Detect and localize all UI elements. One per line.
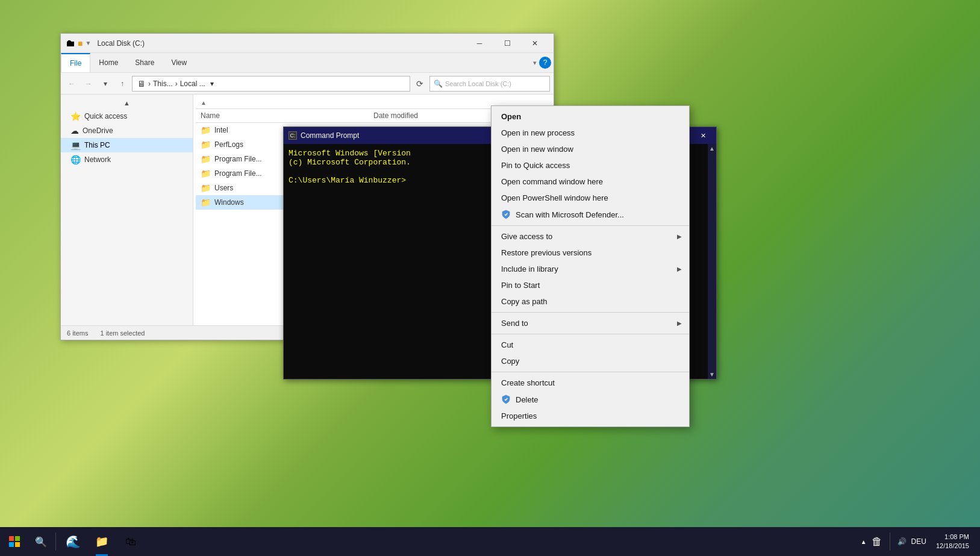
ctx-restore-versions[interactable]: Restore previous versions — [492, 245, 689, 261]
thispc-icon: 💻 — [70, 140, 81, 150]
folder-icon: 📁 — [201, 169, 211, 178]
taskbar-file-explorer[interactable]: 📁 — [87, 527, 116, 556]
sidebar-label-network: Network — [84, 155, 111, 164]
ctx-copy-label: Copy — [501, 357, 519, 366]
taskbar-search-button[interactable]: 🔍 — [29, 527, 53, 556]
collapse-arrow[interactable]: ▲ — [201, 99, 207, 106]
ctx-include-library[interactable]: Include in library ▶ — [492, 261, 689, 277]
ctx-give-access[interactable]: Give access to ▶ — [492, 228, 689, 245]
sidebar-item-quickaccess[interactable]: ⭐ Quick access — [61, 109, 193, 123]
delete-defender-icon — [501, 395, 511, 404]
ctx-open-new-window[interactable]: Open in new window — [492, 141, 689, 157]
item-count: 6 items — [67, 330, 88, 337]
ctx-open-new-process-label: Open in new process — [501, 128, 575, 137]
address-bar: ← → ▾ ↑ 🖥 › This... › Local ... ▾ ⟳ 🔍 Se… — [61, 73, 554, 95]
sidebar-item-onedrive[interactable]: ☁ OneDrive — [61, 123, 193, 138]
file-explorer-titlebar: 🖿 ■ ▼ Local Disk (C:) ─ ☐ ✕ — [61, 34, 554, 53]
ctx-separator-4 — [492, 372, 689, 372]
cmd-line-2: (c) Microsoft Corporation. — [289, 158, 411, 167]
cmd-scrollbar[interactable]: ▲ ▼ — [708, 144, 716, 379]
ctx-copy[interactable]: Copy — [492, 353, 689, 369]
ctx-scan-defender[interactable]: Scan with Microsoft Defender... — [492, 206, 689, 223]
ribbon-tab-share[interactable]: Share — [126, 53, 163, 72]
ctx-pin-start[interactable]: Pin to Start — [492, 277, 689, 293]
col-header-name[interactable]: Name — [201, 111, 373, 120]
taskbar: 🔍 🌊 📁 🛍 ▲ 🗑 🔊 DEU 1:08 PM — [0, 527, 980, 556]
sidebar-collapse[interactable]: ▲ — [61, 97, 193, 109]
quickaccess-icon: ⭐ — [70, 111, 81, 121]
ctx-pin-quick-access-label: Pin to Quick access — [501, 161, 570, 170]
refresh-button[interactable]: ⟳ — [413, 77, 427, 91]
svg-rect-2 — [9, 542, 14, 547]
edge-icon: 🌊 — [66, 534, 81, 549]
sidebar-item-network[interactable]: 🌐 Network — [61, 152, 193, 167]
address-path[interactable]: 🖥 › This... › Local ... ▾ — [132, 76, 410, 92]
ctx-open-new-process[interactable]: Open in new process — [492, 125, 689, 141]
ctx-restore-versions-label: Restore previous versions — [501, 248, 591, 257]
folder-icon: 📁 — [201, 154, 211, 164]
ctx-include-library-label: Include in library — [501, 264, 558, 273]
language-indicator[interactable]: DEU — [911, 537, 926, 546]
search-placeholder: Search Local Disk (C:) — [445, 80, 511, 87]
ctx-open-cmd[interactable]: Open command window here — [492, 173, 689, 190]
taskbar-edge[interactable]: 🌊 — [58, 527, 87, 556]
forward-button[interactable]: → — [81, 77, 96, 91]
taskbar-clock[interactable]: 1:08 PM 12/18/2015 — [931, 533, 974, 551]
start-button[interactable] — [0, 527, 29, 556]
back-button[interactable]: ← — [64, 77, 79, 91]
ribbon-tab-home[interactable]: Home — [90, 53, 126, 72]
ctx-pin-quick-access[interactable]: Pin to Quick access — [492, 157, 689, 173]
cmd-icon: C: — [289, 131, 297, 140]
selection-status: 1 item selected — [100, 330, 145, 337]
volume-icon[interactable]: 🔊 — [897, 537, 907, 546]
ctx-open[interactable]: Open — [492, 108, 689, 125]
scroll-down[interactable]: ▼ — [708, 370, 716, 379]
ctx-open-powershell-label: Open PowerShell window here — [501, 193, 608, 202]
search-box[interactable]: 🔍 Search Local Disk (C:) — [429, 76, 550, 92]
ribbon-tab-file[interactable]: File — [61, 53, 90, 72]
recycle-bin-tray: 🗑 — [872, 536, 882, 548]
defender-icon — [501, 210, 511, 219]
ctx-copy-path-label: Copy as path — [501, 297, 548, 306]
title-icons: 🖿 ■ ▼ — [66, 38, 91, 49]
ctx-cut[interactable]: Cut — [492, 337, 689, 353]
scroll-up[interactable]: ▲ — [708, 144, 716, 153]
taskbar-store[interactable]: 🛍 — [116, 527, 145, 556]
path-part-1: This... — [153, 80, 173, 88]
ctx-properties[interactable]: Properties — [492, 408, 689, 424]
cmd-close[interactable]: ✕ — [694, 130, 711, 142]
cmd-prompt: C:\Users\María Winbuzzer> — [289, 176, 406, 185]
onedrive-icon: ☁ — [70, 126, 79, 136]
taskbar-divider — [55, 533, 56, 551]
ctx-properties-label: Properties — [501, 411, 537, 420]
show-hidden-icons[interactable]: ▲ — [861, 539, 867, 545]
help-button[interactable]: ? — [539, 57, 551, 69]
search-icon: 🔍 — [35, 536, 47, 548]
sidebar-item-thispc[interactable]: 💻 This PC — [61, 138, 193, 152]
ctx-give-access-arrow: ▶ — [677, 233, 682, 240]
ctx-separator-1 — [492, 225, 689, 226]
scroll-track — [708, 153, 716, 370]
minimize-button[interactable]: ─ — [466, 34, 493, 53]
ctx-delete-label: Delete — [516, 395, 538, 404]
sidebar-label-onedrive: OneDrive — [83, 127, 113, 135]
file-explorer-icon: 📁 — [95, 535, 108, 548]
ctx-delete[interactable]: Delete — [492, 391, 689, 408]
ctx-include-library-arrow: ▶ — [677, 266, 682, 272]
windows-logo-icon — [9, 536, 20, 547]
recent-dropdown[interactable]: ▾ — [98, 77, 113, 91]
ctx-copy-path[interactable]: Copy as path — [492, 293, 689, 310]
ctx-open-powershell[interactable]: Open PowerShell window here — [492, 190, 689, 206]
ctx-create-shortcut[interactable]: Create shortcut — [492, 375, 689, 391]
ctx-separator-3 — [492, 334, 689, 334]
svg-rect-1 — [15, 536, 20, 541]
folder-icon: 📁 — [201, 125, 211, 135]
close-button[interactable]: ✕ — [521, 34, 549, 53]
ctx-open-new-window-label: Open in new window — [501, 145, 573, 154]
ctx-send-to[interactable]: Send to ▶ — [492, 315, 689, 331]
sidebar-label-quickaccess: Quick access — [84, 112, 127, 120]
maximize-button[interactable]: ☐ — [493, 34, 521, 53]
up-button[interactable]: ↑ — [115, 77, 130, 91]
ribbon-collapse[interactable]: ▾ — [533, 59, 537, 67]
ribbon-tab-view[interactable]: View — [163, 53, 195, 72]
